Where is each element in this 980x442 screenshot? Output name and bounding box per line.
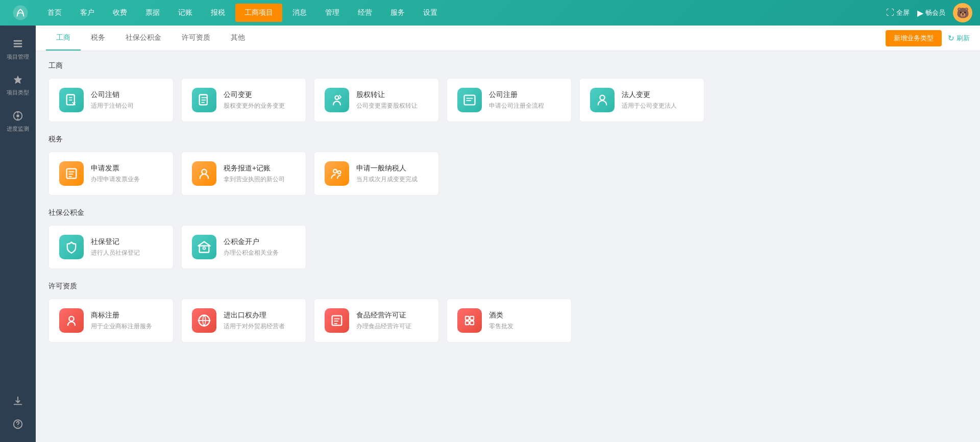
scroll-content[interactable]: 工商 公司注销 适用于注销公司 公司变更	[36, 51, 980, 442]
card-tax-bookkeeping[interactable]: 税务报道+记账 拿到营业执照的新公司	[181, 152, 306, 195]
tax-bookkeeping-info: 税务报道+记账 拿到营业执照的新公司	[224, 164, 296, 184]
social-insurance-info: 社保登记 进行人员社保登记	[91, 237, 163, 257]
svg-point-6	[16, 114, 19, 117]
equity-transfer-icon	[325, 88, 349, 112]
sidebar-help-icon[interactable]	[8, 414, 28, 434]
nav-home[interactable]: 首页	[38, 0, 71, 26]
star-icon	[11, 72, 25, 87]
sidebar-label-progress: 进度监测	[7, 125, 29, 132]
svg-point-24	[69, 316, 74, 321]
nav-manage[interactable]: 管理	[316, 0, 349, 26]
card-apply-invoice[interactable]: 申请发票 办理申请发票业务	[48, 152, 174, 195]
trademark-info: 商标注册 用于企业商标注册服务	[91, 311, 163, 331]
legal-change-desc: 适用于公司变更法人	[622, 102, 694, 110]
list-icon	[11, 37, 25, 51]
general-taxpayer-info: 申请一般纳税人 当月或次月成变更完成	[356, 164, 428, 184]
svg-rect-2	[14, 43, 22, 44]
svg-point-21	[338, 171, 341, 174]
import-export-info: 进出口权办理 适用于对外贸易经营者	[224, 311, 296, 331]
refresh-button[interactable]: ↻ 刷新	[948, 34, 970, 43]
nav-business[interactable]: 工商项目	[235, 4, 282, 22]
sidebar-download-icon[interactable]	[8, 391, 28, 411]
svg-rect-16	[464, 95, 475, 105]
equity-transfer-info: 股权转让 公司变更需要股权转让	[356, 90, 428, 110]
card-import-export[interactable]: 进出口权办理 适用于对外贸易经营者	[181, 299, 306, 342]
nav-bookkeeping[interactable]: 记账	[169, 0, 202, 26]
fullscreen-button[interactable]: ⛶ 全屏	[886, 8, 910, 17]
svg-rect-30	[470, 321, 474, 325]
tax-bookkeeping-title: 税务报道+记账	[224, 164, 296, 173]
card-company-register[interactable]: 公司注册 申请公司注册全流程	[447, 78, 572, 122]
general-taxpayer-desc: 当月或次月成变更完成	[356, 175, 428, 184]
section-title-shuiwu: 税务	[48, 135, 967, 144]
nav-operation[interactable]: 经营	[349, 0, 381, 26]
housing-fund-icon	[192, 235, 216, 259]
company-change-icon	[192, 88, 216, 112]
svg-rect-28	[470, 316, 474, 320]
trademark-title: 商标注册	[91, 311, 163, 320]
sidebar-item-project-type[interactable]: 项目类型	[0, 66, 36, 102]
tab-social-insurance[interactable]: 社保公积金	[115, 26, 172, 51]
vip-label: 畅会员	[925, 8, 945, 17]
vip-button[interactable]: ▶ 畅会员	[917, 8, 945, 18]
company-change-title: 公司变更	[224, 90, 296, 100]
top-navigation: 首页 客户 收费 票据 记账 报税 工商项目 消息 管理 经营 服务 设置 ⛶ …	[0, 0, 980, 26]
company-cancel-title: 公司注销	[91, 90, 163, 100]
tab-other[interactable]: 其他	[220, 26, 255, 51]
card-social-insurance[interactable]: 社保登记 进行人员社保登记	[48, 225, 174, 269]
card-legal-change[interactable]: 法人变更 适用于公司变更法人	[579, 78, 704, 122]
svg-rect-3	[14, 46, 22, 47]
tab-license[interactable]: 许可资质	[172, 26, 220, 51]
card-company-cancel[interactable]: 公司注销 适用于注销公司	[48, 78, 174, 122]
social-insurance-title: 社保登记	[91, 237, 163, 247]
main-layout: 项目管理 项目类型 进度监测	[0, 26, 980, 442]
nav-service[interactable]: 服务	[381, 0, 414, 26]
tab-bar: 工商 税务 社保公积金 许可资质 其他 新增业务类型 ↻ 刷新	[36, 26, 980, 51]
tab-business[interactable]: 工商	[46, 26, 81, 51]
company-register-desc: 申请公司注册全流程	[489, 102, 561, 110]
fullscreen-icon: ⛶	[886, 8, 894, 17]
equity-transfer-desc: 公司变更需要股权转让	[356, 102, 428, 110]
card-trademark[interactable]: 商标注册 用于企业商标注册服务	[48, 299, 174, 342]
trademark-icon	[59, 308, 84, 333]
tax-bookkeeping-desc: 拿到营业执照的新公司	[224, 175, 296, 184]
svg-rect-29	[465, 321, 469, 325]
tax-bookkeeping-icon	[192, 161, 216, 186]
apply-invoice-icon	[59, 161, 84, 186]
company-cancel-icon	[59, 88, 84, 112]
alcohol-title: 酒类	[489, 311, 561, 320]
svg-point-20	[333, 169, 337, 173]
company-cancel-info: 公司注销 适用于注销公司	[91, 90, 163, 110]
sidebar-label-project-type: 项目类型	[7, 89, 29, 96]
sidebar-item-project-manage[interactable]: 项目管理	[0, 31, 36, 66]
avatar[interactable]: 🐻	[953, 3, 972, 22]
card-company-change[interactable]: 公司变更 股权变更外的业务变更	[181, 78, 306, 122]
sidebar-item-progress[interactable]: 进度监测	[0, 103, 36, 138]
logo[interactable]	[8, 5, 33, 21]
card-alcohol[interactable]: 酒类 零售批发	[447, 299, 572, 342]
housing-fund-desc: 办理公积金相关业务	[224, 249, 296, 257]
general-taxpayer-icon	[325, 161, 349, 186]
card-general-taxpayer[interactable]: 申请一般纳税人 当月或次月成变更完成	[314, 152, 439, 195]
general-taxpayer-title: 申请一般纳税人	[356, 164, 428, 173]
nav-invoice[interactable]: 票据	[136, 0, 169, 26]
alcohol-icon	[457, 308, 482, 333]
food-license-desc: 办理食品经营许可证	[356, 322, 428, 331]
nav-message[interactable]: 消息	[283, 0, 316, 26]
section-title-gongshang: 工商	[48, 61, 967, 70]
svg-rect-27	[465, 316, 469, 320]
nav-customer[interactable]: 客户	[71, 0, 104, 26]
nav-fee[interactable]: 收费	[104, 0, 136, 26]
tab-tax[interactable]: 税务	[81, 26, 115, 51]
card-housing-fund[interactable]: 公积金开户 办理公积金相关业务	[181, 225, 306, 269]
nav-settings[interactable]: 设置	[414, 0, 447, 26]
add-business-type-button[interactable]: 新增业务类型	[886, 30, 942, 46]
company-change-info: 公司变更 股权变更外的业务变更	[224, 90, 296, 110]
legal-change-title: 法人变更	[622, 90, 694, 100]
card-food-license[interactable]: 食品经营许可证 办理食品经营许可证	[314, 299, 439, 342]
nav-tax[interactable]: 报税	[202, 0, 234, 26]
left-sidebar: 项目管理 项目类型 进度监测	[0, 26, 36, 442]
company-register-info: 公司注册 申请公司注册全流程	[489, 90, 561, 110]
apply-invoice-desc: 办理申请发票业务	[91, 175, 163, 184]
card-equity-transfer[interactable]: 股权转让 公司变更需要股权转让	[314, 78, 439, 122]
